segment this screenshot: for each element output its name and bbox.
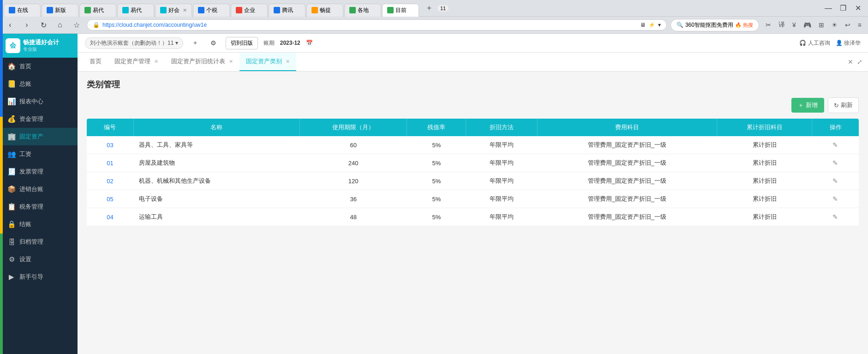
search-bar[interactable]: 🔍 360智能抠图免费用 🔥 热搜 <box>670 19 759 31</box>
cell-action-4[interactable]: ✎ <box>812 208 859 226</box>
browser-tab-9[interactable]: 畅提 <box>306 4 343 17</box>
cell-action-1[interactable]: ✎ <box>812 154 859 172</box>
sidebar-item-fixed-assets[interactable]: 🏢 固定资产 <box>0 128 78 145</box>
maximize-button[interactable]: ❐ <box>837 2 850 15</box>
browser-tab-6[interactable]: 个税 <box>193 4 230 17</box>
col-expense: 费用科目 <box>537 119 717 136</box>
switch-old-version-button[interactable]: 切到旧版 <box>226 37 258 49</box>
topbar-right: 🎧 人工咨询 👤 徐泽华 <box>799 39 861 47</box>
close-panel-icon[interactable]: ✕ <box>848 58 853 66</box>
cell-method-2: 年限平均 <box>466 172 537 190</box>
tab-label-7: 企业 <box>244 6 255 14</box>
plus-icon: ＋ <box>798 101 804 109</box>
refresh-button[interactable]: ↻ 刷新 <box>828 97 859 113</box>
dropdown-icon[interactable]: ▾ <box>658 22 661 28</box>
sidebar-item-reports[interactable]: 📊 报表中心 <box>0 93 78 110</box>
undo-icon[interactable]: ↩ <box>842 20 853 30</box>
table-toolbar: ＋ 新增 ↻ 刷新 <box>87 97 859 113</box>
edit-icon-2[interactable]: ✎ <box>832 177 838 185</box>
browser-tab-5[interactable]: 好会 ✕ <box>155 4 192 17</box>
sidebar-item-closing[interactable]: 🔒 结账 <box>0 216 78 233</box>
sidebar-item-guide[interactable]: ▶ 新手引导 <box>0 268 78 286</box>
tab-close-5[interactable]: ✕ <box>181 7 187 13</box>
tab-fixed-asset-mgmt[interactable]: 固定资产管理 ✕ <box>108 53 165 71</box>
edit-icon-4[interactable]: ✎ <box>832 213 838 221</box>
browser-tab-7[interactable]: 企业 <box>231 4 268 17</box>
browser-tab-11[interactable]: 目前 <box>382 4 419 17</box>
sidebar-label-archive: 归档管理 <box>19 238 43 246</box>
edit-icon-3[interactable]: ✎ <box>832 195 838 203</box>
refresh-button-label: 刷新 <box>841 101 853 109</box>
grid-icon[interactable]: ⊞ <box>816 20 827 30</box>
expand-icon[interactable]: ⤢ <box>857 58 862 66</box>
tab-fixed-asset-mgmt-close[interactable]: ✕ <box>154 59 158 65</box>
wallet-icon[interactable]: ¥ <box>790 20 799 30</box>
cell-code-2: 02 <box>87 172 133 190</box>
browser-tab-4[interactable]: 易代 <box>117 4 154 17</box>
sidebar-item-tax[interactable]: 📋 税务管理 <box>0 198 78 216</box>
tab-asset-category-close[interactable]: ✕ <box>286 59 290 65</box>
user-avatar[interactable]: 👤 徐泽华 <box>836 39 861 47</box>
home-button[interactable]: ⌂ <box>54 18 66 31</box>
bookmark-button[interactable]: ☆ <box>70 18 83 31</box>
sidebar-item-ledger[interactable]: 📒 总账 <box>0 75 78 93</box>
minimize-button[interactable]: — <box>822 2 835 15</box>
new-tab-button[interactable]: ＋ <box>423 2 436 15</box>
browser-tab-10[interactable]: 各地 <box>344 4 381 17</box>
account-settings-button[interactable]: ⚙ <box>207 36 220 49</box>
tab-home[interactable]: 首页 <box>83 53 108 71</box>
tab-depreciation-table-close[interactable]: ✕ <box>229 59 233 65</box>
translate-icon[interactable]: 译 <box>776 20 788 30</box>
sidebar-item-home[interactable]: 🏠 首页 <box>0 58 78 75</box>
close-window-button[interactable]: ✕ <box>851 2 864 15</box>
cell-period-1: 240 <box>300 154 407 172</box>
browser-tab-8[interactable]: 腾讯 <box>269 4 305 17</box>
tab-depreciation-table-label: 固定资产折旧统计表 <box>171 57 225 66</box>
cut-icon[interactable]: ✂ <box>763 20 774 30</box>
account-badge[interactable]: 刘小艳演示账套（勿删勿动！）11 ▾ <box>85 37 183 49</box>
calendar-icon[interactable]: 📅 <box>306 40 313 46</box>
tab-asset-category[interactable]: 固定资产类别 ✕ <box>239 53 296 71</box>
menu-icon[interactable]: ≡ <box>855 20 864 30</box>
cell-residual-4: 5% <box>407 208 466 226</box>
tab-label-11: 目前 <box>395 6 407 14</box>
cell-action-0[interactable]: ✎ <box>812 136 859 154</box>
reload-button[interactable]: ↻ <box>37 18 50 31</box>
sidebar-item-inventory[interactable]: 📦 进销台账 <box>0 180 78 198</box>
edit-icon-1[interactable]: ✎ <box>832 159 838 167</box>
cell-action-2[interactable]: ✎ <box>812 172 859 190</box>
game-icon[interactable]: 🎮 <box>801 20 814 30</box>
cell-accumulated-0: 累计折旧 <box>717 136 812 154</box>
url-bar[interactable]: 🔒 https://cloud.chanjet.com/accounting/u… <box>87 19 667 30</box>
cell-residual-0: 5% <box>407 136 466 154</box>
headphone-icon: 🎧 <box>799 40 806 46</box>
tab-favicon-8 <box>274 7 280 13</box>
add-button[interactable]: ＋ 新增 <box>791 98 824 113</box>
browser-tab-1[interactable]: 在线 <box>4 4 41 17</box>
cell-action-3[interactable]: ✎ <box>812 190 859 208</box>
cell-name-1: 房屋及建筑物 <box>133 154 299 172</box>
browser-tab-2[interactable]: 新版 <box>42 4 78 17</box>
tax-icon: 📋 <box>7 203 16 211</box>
sidebar-item-archive[interactable]: 🗄 归档管理 <box>0 233 78 251</box>
tab-count-badge: 11 <box>437 5 449 12</box>
sidebar-item-funds[interactable]: 💰 资金管理 <box>0 110 78 128</box>
col-period: 使用期限（月） <box>300 119 407 136</box>
table-row: 01 房屋及建筑物 240 5% 年限平均 管理费用_固定资产折旧_一级 累计折… <box>87 154 859 172</box>
tab-depreciation-table[interactable]: 固定资产折旧统计表 ✕ <box>165 53 239 71</box>
tab-favicon-1 <box>9 7 15 13</box>
account-add-button[interactable]: ＋ <box>189 36 202 49</box>
sidebar-item-invoice[interactable]: 🧾 发票管理 <box>0 163 78 180</box>
forward-button[interactable]: › <box>20 18 33 31</box>
sidebar-item-settings[interactable]: ⚙ 设置 <box>0 251 78 268</box>
edit-icon-0[interactable]: ✎ <box>832 141 838 149</box>
ledger-icon: 📒 <box>7 80 16 88</box>
brightness-icon[interactable]: ☀ <box>829 20 840 30</box>
support-link[interactable]: 🎧 人工咨询 <box>799 39 830 47</box>
back-button[interactable]: ‹ <box>4 18 17 31</box>
tab-favicon-11 <box>387 7 394 13</box>
browser-tab-3[interactable]: 易代 <box>79 4 116 17</box>
cell-period-0: 60 <box>300 136 407 154</box>
sidebar-item-payroll[interactable]: 👥 工资 <box>0 145 78 163</box>
sidebar: 会 畅捷通好会计 专业版 🏠 首页 📒 总账 📊 报表中心 💰 资金管理 🏢 固… <box>0 34 78 354</box>
